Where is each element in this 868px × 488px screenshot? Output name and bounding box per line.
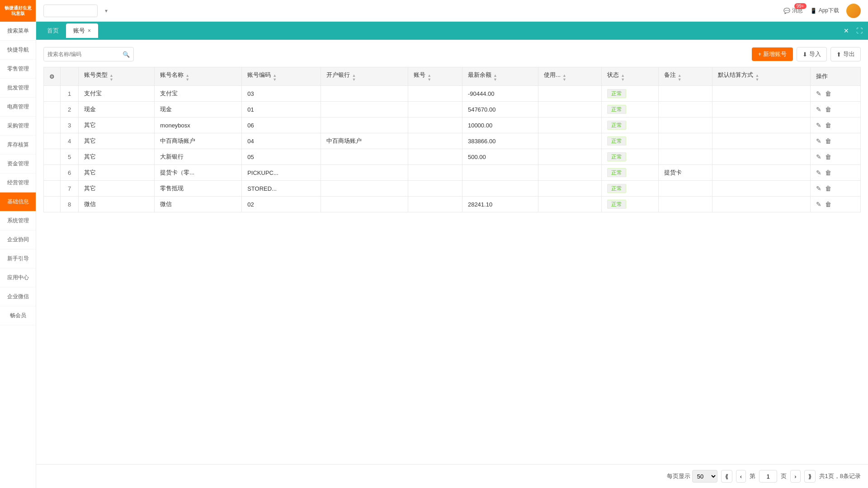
total-label: 共1页，8条记录 <box>819 472 861 480</box>
delete-icon[interactable]: 🗑 <box>825 90 831 97</box>
col-note[interactable]: 备注▲▼ <box>658 67 712 86</box>
col-balance[interactable]: 最新余额▲▼ <box>462 67 538 86</box>
sidebar-item-search-menu[interactable]: 搜索菜单 <box>0 22 36 41</box>
row-default-settle <box>712 149 811 165</box>
row-type: 其它 <box>79 117 155 133</box>
row-note <box>658 117 712 133</box>
sidebar-item-fund-mgmt[interactable]: 资金管理 <box>0 155 36 174</box>
row-status: 正常 <box>602 133 658 149</box>
row-action: ✎ 🗑 <box>811 149 861 165</box>
edit-icon[interactable]: ✎ <box>816 185 821 192</box>
tab-bar-close-icon[interactable]: ✕ <box>842 25 851 36</box>
sidebar-item-wholesale-mgmt[interactable]: 批发管理 <box>0 79 36 98</box>
row-note: 提货卡 <box>658 165 712 181</box>
col-account[interactable]: 账号▲▼ <box>408 67 462 86</box>
status-badge: 正常 <box>607 184 626 193</box>
delete-icon[interactable]: 🗑 <box>825 137 831 145</box>
accounts-table: ⚙ 账号类型▲▼ 账号名称▲▼ 账号编码▲▼ 开户银行▲▼ 账号▲▼ 最新余额▲… <box>43 67 861 212</box>
row-bank: 中百商场账户 <box>321 133 408 149</box>
col-status[interactable]: 状态▲▼ <box>602 67 658 86</box>
page-first-button[interactable]: ⟪ <box>721 470 732 483</box>
sidebar: 畅捷通好生意 玩意版 搜索菜单快捷导航零售管理批发管理电商管理采购管理库存核算资… <box>0 0 36 488</box>
row-type: 其它 <box>79 181 155 197</box>
sidebar-item-basic-info[interactable]: 基础信息 <box>0 192 36 211</box>
delete-icon[interactable]: 🗑 <box>825 122 831 129</box>
col-usage[interactable]: 使用...▲▼ <box>538 67 602 86</box>
delete-icon[interactable]: 🗑 <box>825 106 831 113</box>
import-button[interactable]: ⬇ 导入 <box>797 47 827 61</box>
page-next-button[interactable]: › <box>790 470 800 483</box>
delete-icon[interactable]: 🗑 <box>825 153 831 160</box>
app-download-button[interactable]: 📱 App下载 <box>810 7 839 14</box>
col-type[interactable]: 账号类型▲▼ <box>79 67 155 86</box>
top-search-input[interactable] <box>43 5 98 17</box>
delete-icon[interactable]: 🗑 <box>825 201 831 208</box>
sidebar-item-new-guide[interactable]: 新手引导 <box>0 249 36 268</box>
tab-home[interactable]: 首页 <box>40 23 66 38</box>
status-badge: 正常 <box>607 200 626 209</box>
table-row: 4 其它 中百商场账户 04 中百商场账户 383866.00 正常 ✎ 🗑 <box>44 133 861 149</box>
page-last-button[interactable]: ⟫ <box>804 470 816 483</box>
sidebar-item-corp-wechat[interactable]: 企业微信 <box>0 287 36 306</box>
row-account <box>408 117 462 133</box>
row-status: 正常 <box>602 149 658 165</box>
settings-icon[interactable]: ⚙ <box>49 73 55 80</box>
sidebar-item-purchase-mgmt[interactable]: 采购管理 <box>0 117 36 136</box>
row-usage <box>538 102 602 117</box>
toolbar-left: 🔍 <box>43 47 134 61</box>
sidebar-item-retail-mgmt[interactable]: 零售管理 <box>0 60 36 79</box>
edit-icon[interactable]: ✎ <box>816 90 821 97</box>
sidebar-item-sys-mgmt[interactable]: 系统管理 <box>0 211 36 230</box>
delete-icon[interactable]: 🗑 <box>825 185 831 192</box>
edit-icon[interactable]: ✎ <box>816 137 821 145</box>
edit-icon[interactable]: ✎ <box>816 153 821 160</box>
per-page-select[interactable]: 50 100 200 <box>692 470 717 483</box>
row-code: STORED... <box>242 181 321 197</box>
edit-icon[interactable]: ✎ <box>816 201 821 208</box>
row-code: 03 <box>242 86 321 102</box>
edit-icon[interactable]: ✎ <box>816 106 821 113</box>
add-account-button[interactable]: + 新增账号 <box>752 47 793 61</box>
delete-icon[interactable]: 🗑 <box>825 169 831 176</box>
col-bank[interactable]: 开户银行▲▼ <box>321 67 408 86</box>
search-input[interactable] <box>47 51 123 57</box>
sidebar-item-app-center[interactable]: 应用中心 <box>0 268 36 287</box>
col-code[interactable]: 账号编码▲▼ <box>242 67 321 86</box>
edit-icon[interactable]: ✎ <box>816 169 821 176</box>
row-account <box>408 86 462 102</box>
row-account <box>408 181 462 197</box>
row-bank <box>321 181 408 197</box>
row-type: 现金 <box>79 102 155 117</box>
import-label: 导入 <box>809 50 821 58</box>
row-name: 提货卡（零... <box>155 165 242 181</box>
sidebar-item-operations-mgmt[interactable]: 经营管理 <box>0 174 36 192</box>
tab-account-label: 账号 <box>73 27 85 35</box>
tab-bar-expand-icon[interactable]: ⛶ <box>854 25 864 36</box>
message-button[interactable]: 💬 消息 99+ <box>783 7 803 14</box>
edit-icon[interactable]: ✎ <box>816 122 821 129</box>
row-action: ✎ 🗑 <box>811 86 861 102</box>
sidebar-item-member[interactable]: 畅会员 <box>0 306 36 325</box>
row-action: ✎ 🗑 <box>811 197 861 212</box>
search-icon[interactable]: 🔍 <box>123 51 130 58</box>
tab-account[interactable]: 账号 × <box>66 23 98 38</box>
export-button[interactable]: ⬆ 导出 <box>830 47 861 61</box>
export-icon: ⬆ <box>836 51 841 58</box>
page-num-input[interactable] <box>759 470 777 483</box>
search-wrap: 🔍 <box>43 47 134 61</box>
row-status: 正常 <box>602 197 658 212</box>
table-row: 1 支付宝 支付宝 03 -90444.00 正常 ✎ 🗑 <box>44 86 861 102</box>
col-default-settle[interactable]: 默认结算方式▲▼ <box>712 67 811 86</box>
user-avatar[interactable] <box>846 4 861 18</box>
sidebar-item-ecommerce-mgmt[interactable]: 电商管理 <box>0 98 36 117</box>
sidebar-item-quick-nav[interactable]: 快捷导航 <box>0 41 36 60</box>
content-area: 🔍 + 新增账号 ⬇ 导入 ⬆ 导出 ⚙ 账 <box>36 40 868 464</box>
sidebar-item-inventory-calc[interactable]: 库存核算 <box>0 136 36 155</box>
page-prev-button[interactable]: ‹ <box>736 470 746 483</box>
tab-close-icon[interactable]: × <box>88 28 91 34</box>
col-name[interactable]: 账号名称▲▼ <box>155 67 242 86</box>
row-code: PICKUPC... <box>242 165 321 181</box>
page-label: 第 <box>750 472 755 480</box>
sidebar-item-corp-protocol[interactable]: 企业协同 <box>0 230 36 249</box>
page-size-select: 每页显示 50 100 200 <box>667 470 717 483</box>
